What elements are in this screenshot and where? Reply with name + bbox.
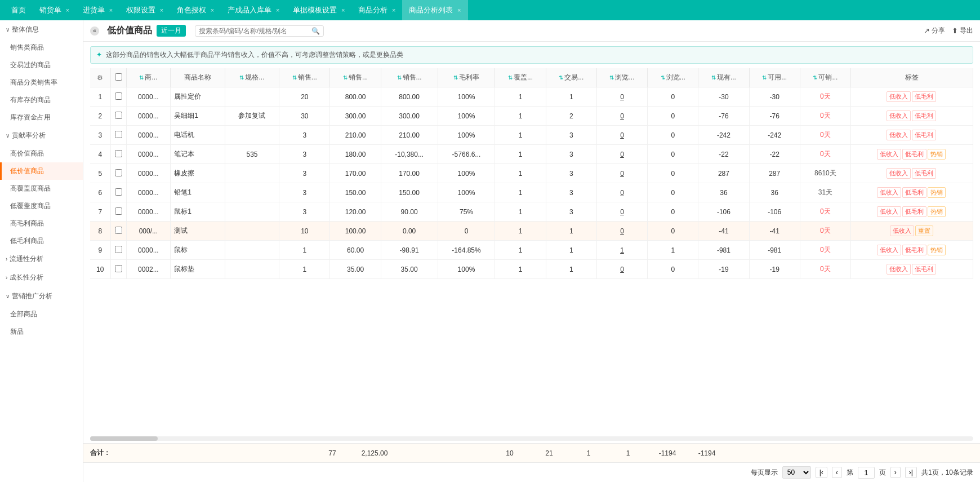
close-icon[interactable]: × [457, 7, 461, 14]
page-number-input[interactable] [858, 467, 875, 479]
prev-page-button[interactable]: ‹ [832, 467, 842, 478]
view1-link[interactable]: 0 [620, 112, 624, 120]
sort-icon[interactable]: ⇅ [762, 74, 767, 81]
select-all-checkbox[interactable] [115, 73, 122, 81]
cell-checkbox[interactable] [110, 202, 126, 222]
row-checkbox[interactable] [115, 188, 122, 196]
time-filter-button[interactable]: 近一月 [157, 25, 186, 37]
sidebar-item-stock-products[interactable]: 有库存的商品 [0, 91, 83, 109]
sidebar-item-new-products[interactable]: 新品 [0, 323, 83, 341]
nav-item-permissions[interactable]: 权限设置 × [119, 0, 170, 20]
sidebar-item-high-margin[interactable]: 高毛利商品 [0, 215, 83, 232]
sidebar-section-growth[interactable]: › 成长性分析 [0, 268, 83, 287]
cell-checkbox[interactable] [110, 260, 126, 279]
close-icon[interactable]: × [392, 7, 395, 14]
row-checkbox[interactable] [115, 150, 122, 157]
nav-item-home[interactable]: 首页 [5, 0, 33, 20]
sort-icon[interactable]: ⇅ [139, 74, 144, 81]
row-checkbox[interactable] [115, 92, 122, 100]
nav-item-roles[interactable]: 角色授权 × [170, 0, 221, 20]
nav-item-purchase[interactable]: 进货单 × [76, 0, 119, 20]
view1-link[interactable]: 0 [620, 189, 624, 197]
sidebar-item-high-value[interactable]: 高价值商品 [0, 145, 83, 162]
row-checkbox[interactable] [115, 227, 122, 234]
view1-link[interactable]: 0 [620, 227, 624, 235]
cell-view1[interactable]: 0 [596, 87, 647, 107]
close-icon[interactable]: × [109, 7, 113, 14]
sort-icon[interactable]: ⇅ [609, 74, 614, 81]
cell-view1[interactable]: 0 [596, 107, 647, 126]
sort-icon[interactable]: ⇅ [397, 74, 402, 81]
next-page-button[interactable]: › [890, 467, 901, 478]
row-checkbox[interactable] [115, 265, 122, 272]
close-icon[interactable]: × [276, 7, 279, 14]
close-icon[interactable]: × [341, 7, 345, 14]
view1-link[interactable]: 0 [620, 93, 624, 101]
scrollbar-thumb[interactable] [90, 436, 158, 441]
sort-icon[interactable]: ⇅ [559, 74, 563, 81]
cell-view1[interactable]: 0 [596, 164, 647, 183]
col-settings[interactable]: ⚙ [90, 68, 110, 87]
sidebar-item-low-value[interactable]: 低价值商品 [0, 162, 83, 180]
view1-link[interactable]: 0 [620, 151, 624, 158]
export-button[interactable]: ⬆ 导出 [952, 26, 973, 36]
sidebar-item-traded[interactable]: 交易过的商品 [0, 56, 83, 74]
nav-item-analysis[interactable]: 商品分析 × [351, 0, 402, 20]
close-icon[interactable]: × [66, 7, 69, 14]
sort-icon[interactable]: ⇅ [292, 74, 297, 81]
row-checkbox[interactable] [115, 246, 122, 253]
sidebar-item-category-rate[interactable]: 商品分类销售率 [0, 74, 83, 91]
cell-view1[interactable]: 0 [596, 183, 647, 202]
sidebar-section-circulation[interactable]: › 流通性分析 [0, 250, 83, 268]
cell-checkbox[interactable] [110, 126, 126, 145]
sort-icon[interactable]: ⇅ [813, 74, 817, 81]
close-icon[interactable]: × [211, 7, 214, 14]
nav-item-template[interactable]: 单据模板设置 × [286, 0, 351, 20]
nav-item-analysis-list[interactable]: 商品分析列表 × [402, 0, 467, 20]
sidebar-item-high-coverage[interactable]: 高覆盖度商品 [0, 180, 83, 197]
sidebar-item-low-margin[interactable]: 低毛利商品 [0, 232, 83, 250]
sidebar-section-contribution[interactable]: ∨ 贡献率分析 [0, 126, 83, 145]
row-checkbox[interactable] [115, 112, 122, 119]
col-checkbox[interactable] [110, 68, 126, 87]
sidebar-item-low-coverage[interactable]: 低覆盖度商品 [0, 197, 83, 215]
last-page-button[interactable]: ›| [905, 467, 917, 478]
view1-link[interactable]: 0 [620, 266, 624, 273]
sidebar-item-stock-capital[interactable]: 库存资金占用 [0, 109, 83, 126]
sidebar-section-overall[interactable]: ∨ 整体信息 [0, 20, 83, 39]
row-checkbox[interactable] [115, 169, 122, 176]
horizontal-scrollbar[interactable] [90, 436, 973, 441]
first-page-button[interactable]: |‹ [816, 467, 827, 478]
sort-icon[interactable]: ⇅ [453, 74, 458, 81]
cell-checkbox[interactable] [110, 222, 126, 241]
sidebar-section-marketing[interactable]: ∨ 营销推广分析 [0, 287, 83, 306]
sort-icon[interactable]: ⇅ [239, 74, 244, 81]
sidebar-item-sales-products[interactable]: 销售类商品 [0, 39, 83, 56]
nav-item-sales[interactable]: 销货单 × [33, 0, 76, 20]
sort-icon[interactable]: ⇅ [343, 74, 348, 81]
cell-checkbox[interactable] [110, 87, 126, 107]
close-icon[interactable]: × [160, 7, 163, 14]
sort-icon[interactable]: ⇅ [508, 74, 513, 81]
search-input[interactable] [199, 27, 311, 35]
row-checkbox[interactable] [115, 131, 122, 138]
cell-checkbox[interactable] [110, 164, 126, 183]
view1-link[interactable]: 1 [620, 246, 624, 254]
nav-item-products[interactable]: 产成品入库单 × [221, 0, 286, 20]
cell-view1[interactable]: 0 [596, 222, 647, 241]
cell-view1[interactable]: 0 [596, 126, 647, 145]
sort-icon[interactable]: ⇅ [711, 74, 716, 81]
collapse-button[interactable]: « [90, 26, 99, 36]
cell-view1[interactable]: 0 [596, 145, 647, 164]
search-icon[interactable]: 🔍 [311, 27, 320, 35]
row-checkbox[interactable] [115, 207, 122, 215]
sort-icon[interactable]: ⇅ [661, 74, 665, 81]
view1-link[interactable]: 0 [620, 208, 624, 216]
cell-checkbox[interactable] [110, 145, 126, 164]
cell-view1[interactable]: 1 [596, 241, 647, 260]
view1-link[interactable]: 0 [620, 131, 624, 139]
share-button[interactable]: ↗ 分享 [924, 26, 945, 36]
sidebar-item-all-products[interactable]: 全部商品 [0, 306, 83, 323]
page-size-select[interactable]: 50 100 [782, 466, 811, 479]
cell-checkbox[interactable] [110, 107, 126, 126]
